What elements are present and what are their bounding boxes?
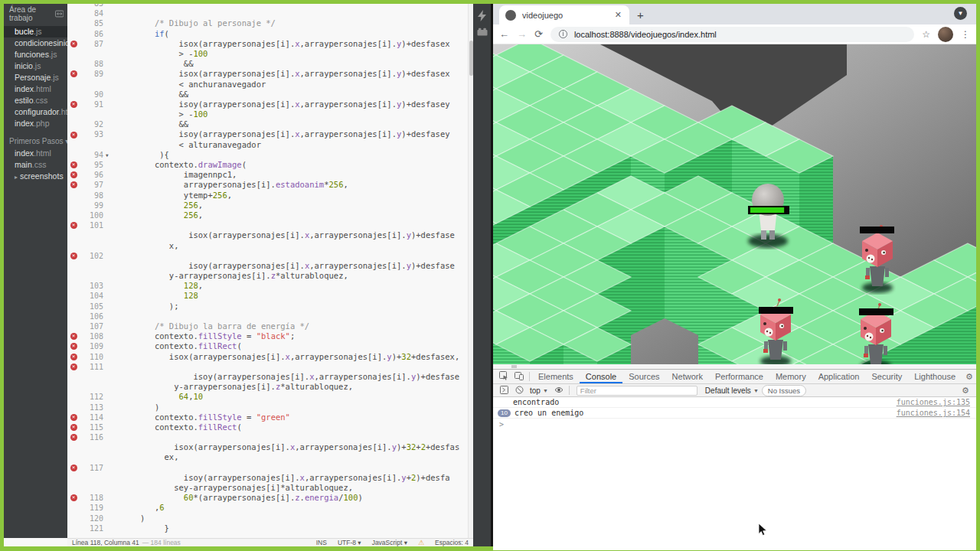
inspect-element-icon[interactable]	[498, 371, 510, 382]
sidebar-file[interactable]: configurador.html	[4, 106, 67, 118]
code-line-wrap: isox(arraypersonajes[i].x,arraypersonaje…	[67, 442, 468, 452]
error-marker-icon[interactable]: ✕	[70, 41, 77, 47]
error-marker-icon[interactable]: ✕	[70, 343, 77, 350]
workspace-title: Área de trabajo	[9, 5, 55, 22]
console-source-link[interactable]: funciones.js:154	[897, 408, 970, 418]
address-bar[interactable]: i localhost:8888/videojuegos/index.html	[550, 27, 914, 42]
page-strip-icon	[511, 365, 517, 368]
devtools-tabbar: ElementsConsoleSourcesNetworkPerformance…	[493, 370, 976, 384]
eye-icon[interactable]	[553, 386, 565, 395]
error-marker-icon[interactable]: ✕	[70, 434, 77, 441]
devtools-tab-lighthouse[interactable]: Lighthouse	[908, 370, 962, 383]
sidebar-file[interactable]: index.html	[4, 148, 67, 159]
console-prompt[interactable]: >	[493, 419, 976, 429]
error-marker-icon[interactable]: ✕	[70, 101, 77, 108]
devtools-tab-performance[interactable]: Performance	[709, 370, 769, 383]
error-marker-icon[interactable]: ✕	[70, 253, 77, 259]
tab-strip: videojuego ✕ + ▼	[493, 4, 976, 24]
sidebar-file[interactable]: bucle.js	[4, 26, 67, 37]
new-tab-button[interactable]: +	[637, 8, 644, 21]
code-line: ✕109 contexto.fillRect(	[67, 341, 468, 351]
console-source-link[interactable]: funciones.js:135	[897, 397, 970, 407]
code-line: 84	[67, 8, 468, 18]
devtools-panel: ElementsConsoleSourcesNetworkPerformance…	[493, 369, 976, 550]
clear-console-icon[interactable]	[513, 386, 525, 396]
devtools-tab-sources[interactable]: Sources	[622, 370, 665, 383]
error-marker-icon[interactable]: ✕	[70, 465, 77, 471]
devtools-tab-security[interactable]: Security	[865, 370, 908, 383]
menu-kebab-icon[interactable]: ⋮	[961, 29, 970, 40]
browser-tab[interactable]: videojuego ✕	[499, 5, 629, 24]
code-line: ✕117	[67, 463, 468, 473]
tab-close-icon[interactable]: ✕	[613, 10, 623, 20]
sidebar-file[interactable]: estilo.css	[4, 95, 67, 106]
lint-warning-icon[interactable]: ⚠	[418, 539, 424, 546]
code-line: 103 128,	[67, 281, 468, 291]
code-line: 119 ,6	[67, 503, 468, 513]
device-toolbar-icon[interactable]	[513, 371, 525, 382]
energy-bar	[859, 308, 893, 315]
devtools-tab-memory[interactable]: Memory	[769, 370, 812, 383]
error-marker-icon[interactable]: ✕	[70, 222, 77, 229]
code-editor[interactable]: 838485 /* Dibujo al personaje */86 if(✕8…	[67, 4, 468, 538]
devtools-tab-application[interactable]: Application	[812, 370, 866, 383]
sidebar-file[interactable]: condicionesiniciales.js	[4, 37, 67, 49]
back-button[interactable]: ←	[499, 29, 509, 39]
sidebar-folder[interactable]: ▸screenshots	[4, 171, 67, 182]
error-marker-icon[interactable]: ✕	[70, 181, 77, 188]
code-line: ✕101	[67, 220, 468, 230]
reload-button[interactable]: ⟳	[534, 29, 543, 39]
devtools-tab-elements[interactable]: Elements	[532, 370, 580, 383]
devtools-tab-console[interactable]: Console	[580, 370, 622, 383]
console-message: 10creo un enemigofunciones.js:154	[493, 408, 976, 419]
sidebar-file[interactable]: main.css	[4, 159, 67, 171]
console-message-text: encontrado	[513, 397, 559, 407]
indent-setting[interactable]: Espacios: 4	[435, 539, 469, 546]
live-preview-icon[interactable]	[477, 10, 487, 21]
error-marker-icon[interactable]: ✕	[70, 414, 77, 421]
tab-search-chevron-icon[interactable]: ▼	[954, 7, 967, 20]
url-text[interactable]: localhost:8888/videojuegos/index.html	[574, 30, 717, 39]
code-line: 99 256,	[67, 201, 468, 210]
no-issues-badge[interactable]: No Issues	[762, 385, 806, 396]
line-count: — 184 líneas	[142, 539, 181, 546]
code-line: 105 );	[67, 302, 468, 311]
language-select[interactable]: JavaScript ▾	[372, 539, 407, 546]
sidebar-file[interactable]: funciones.js	[4, 49, 67, 60]
insert-mode[interactable]: INS	[316, 539, 327, 546]
sidebar-file[interactable]: Personaje.js	[4, 72, 67, 83]
log-levels-selector[interactable]: Default levels▼	[705, 386, 759, 395]
console-filter-input[interactable]	[577, 386, 697, 396]
code-line-wrap: isoy(arraypersonajes[i].x,arraypersonaje…	[67, 473, 468, 483]
workspace-header[interactable]: Área de trabajo	[4, 4, 67, 22]
error-marker-icon[interactable]: ✕	[70, 354, 77, 360]
energy-bar	[860, 227, 894, 233]
error-marker-icon[interactable]: ✕	[70, 161, 77, 168]
devtools-settings-icon[interactable]: ⚙	[963, 372, 975, 382]
code-line-wrap: x,	[67, 241, 468, 251]
error-marker-icon[interactable]: ✕	[70, 364, 77, 370]
sidebar-file[interactable]: inicio.js	[4, 60, 67, 72]
profile-avatar[interactable]	[938, 27, 953, 42]
site-info-icon[interactable]: i	[559, 30, 567, 38]
game-canvas[interactable]	[493, 44, 976, 364]
sidebar-file[interactable]: index.php	[4, 118, 67, 129]
bookmark-star-icon[interactable]: ☆	[922, 29, 930, 40]
error-marker-icon[interactable]: ✕	[70, 70, 77, 77]
code-line-wrap: < alturanavegador	[67, 140, 468, 150]
devtools-tab-network[interactable]: Network	[666, 370, 709, 383]
extension-manager-icon[interactable]	[477, 28, 488, 36]
code-line: ✕97 arraypersonajes[i].estadoanim*256,	[67, 180, 468, 190]
error-marker-icon[interactable]: ✕	[70, 171, 77, 178]
error-marker-icon[interactable]: ✕	[70, 424, 77, 431]
error-marker-icon[interactable]: ✕	[70, 132, 77, 139]
console-settings-icon[interactable]: ⚙	[959, 386, 972, 396]
sidebar-section-title[interactable]: Primeros Pasos ▾	[4, 134, 67, 148]
encoding-select[interactable]: UTF-8 ▾	[338, 539, 361, 546]
context-selector[interactable]: top▼	[530, 386, 548, 395]
error-marker-icon[interactable]: ✕	[70, 333, 77, 340]
forward-button[interactable]: →	[517, 29, 527, 39]
error-marker-icon[interactable]: ✕	[70, 494, 77, 501]
console-sidebar-icon[interactable]	[498, 386, 510, 396]
sidebar-file[interactable]: index.html	[4, 83, 67, 95]
